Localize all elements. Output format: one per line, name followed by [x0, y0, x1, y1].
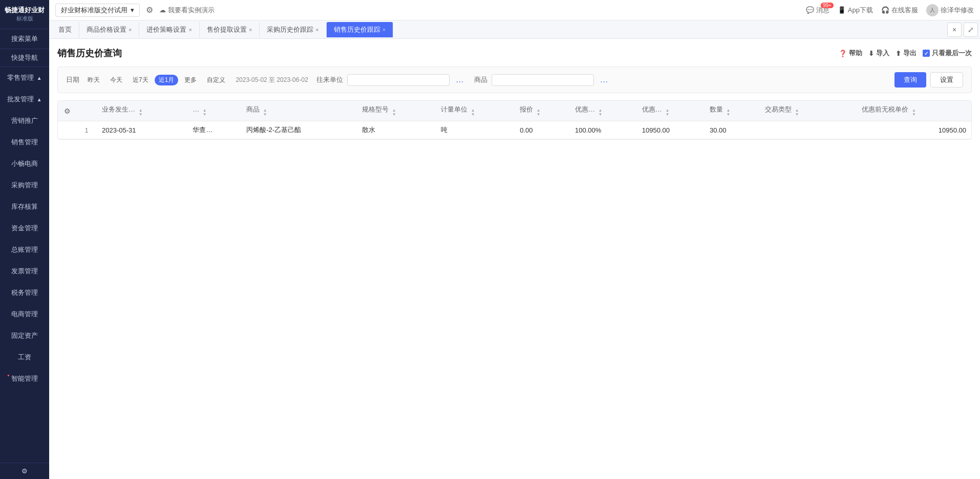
- tab-purchase-history-close[interactable]: ×: [315, 27, 318, 33]
- last-only-toggle[interactable]: 只看最后一次: [923, 49, 972, 58]
- col-quantity[interactable]: 数量 ▲▼: [705, 101, 760, 121]
- date-range-display: 2023-05-02 至 2023-06-02: [236, 76, 308, 84]
- sidebar-item-retail[interactable]: 零售管理 ▲: [0, 67, 49, 89]
- help-button[interactable]: ❓ 帮助: [839, 49, 862, 58]
- tab-purchase-strategy[interactable]: 进价策略设置 ×: [139, 22, 199, 37]
- date-btn-more[interactable]: 更多: [180, 75, 201, 85]
- query-button[interactable]: 查询: [894, 72, 926, 88]
- sort-icon: ▲▼: [912, 108, 916, 117]
- sidebar-item-invoice[interactable]: 发票管理: [0, 260, 49, 282]
- export-icon: ⬆: [896, 50, 901, 57]
- topbar-settings-icon[interactable]: ⚙: [146, 5, 153, 15]
- date-btn-custom[interactable]: 自定义: [203, 75, 229, 85]
- date-filter-group: 日期 昨天 今天 近7天 近1月 更多 自定义 2023-05-02 至 202…: [66, 75, 308, 85]
- row-spacer: [839, 121, 857, 139]
- sidebar-item-purchase[interactable]: 采购管理: [0, 175, 49, 196]
- message-button[interactable]: 💬 消息 99+: [806, 6, 829, 15]
- sidebar-item-fixed[interactable]: 固定资产: [0, 325, 49, 346]
- sidebar-item-arrow: ▲: [37, 97, 42, 102]
- tab-price[interactable]: 商品价格设置 ×: [79, 22, 139, 37]
- page-title: 销售历史价查询: [57, 47, 122, 59]
- sidebar-item-ecom[interactable]: 电商管理: [0, 303, 49, 325]
- sidebar-item-ecom-small[interactable]: 小畅电商: [0, 153, 49, 175]
- data-table: ⚙ 业务发生… ▲▼ … ▲▼ 商品 ▲▼: [58, 101, 971, 139]
- date-btn-week7[interactable]: 近7天: [129, 75, 153, 85]
- tab-purchase-history-label: 采购历史价跟踪: [267, 25, 313, 34]
- table-gear-icon[interactable]: ⚙: [64, 107, 71, 115]
- online-service-button[interactable]: 🎧 在线客服: [881, 6, 918, 15]
- sidebar-item-label: 税务管理: [11, 289, 38, 296]
- last-only-checkbox[interactable]: [923, 50, 930, 57]
- sidebar-item-label: 零售管理: [7, 74, 34, 81]
- sort-icon: ▲▼: [471, 108, 475, 117]
- source-filter-label: 往来单位: [316, 75, 343, 84]
- help-label: 帮助: [849, 49, 862, 58]
- tab-sale-history[interactable]: 销售历史价跟踪 ×: [327, 22, 393, 37]
- table-body: 1 2023-05-31 华查… 丙烯酸-2-乙基己酯 散水 吨 0.00 10…: [58, 121, 971, 139]
- product-input[interactable]: [492, 74, 594, 86]
- col-trade-type[interactable]: 交易类型 ▲▼: [760, 101, 839, 121]
- row-date: 2023-05-31: [97, 121, 187, 139]
- tab-expand-button[interactable]: ⤢: [964, 23, 978, 37]
- row-price: 0.00: [515, 121, 570, 139]
- source-input[interactable]: [347, 74, 450, 86]
- demo-label: 我要看实例演示: [168, 6, 215, 15]
- sidebar-bottom-settings[interactable]: ⚙: [0, 463, 49, 479]
- sidebar-item-smart[interactable]: 智能管理: [0, 368, 49, 389]
- date-btn-yesterday[interactable]: 昨天: [83, 75, 104, 85]
- sort-icon: ▲▼: [203, 108, 207, 117]
- env-dropdown[interactable]: 好业财标准版交付试用 ▾: [55, 4, 140, 17]
- col-price[interactable]: 报价 ▲▼: [515, 101, 570, 121]
- col-product[interactable]: 商品 ▲▼: [241, 101, 357, 121]
- import-label: 导入: [876, 49, 889, 58]
- tab-sale-extract-close[interactable]: ×: [249, 27, 252, 33]
- demo-button[interactable]: ☁ 我要看实例演示: [159, 6, 215, 15]
- col-settings: ⚙: [58, 101, 76, 121]
- sort-icon: ▲▼: [599, 108, 603, 117]
- col-spec[interactable]: 规格型号 ▲▼: [357, 101, 436, 121]
- row-pretax: 10950.00: [857, 121, 971, 139]
- tab-home[interactable]: 首页: [51, 22, 79, 37]
- tab-price-close[interactable]: ×: [129, 27, 132, 33]
- sidebar-item-salary[interactable]: 工资: [0, 346, 49, 368]
- col-pretax[interactable]: 优惠前无税单价 ▲▼: [857, 101, 971, 121]
- export-button[interactable]: ⬆ 导出: [896, 49, 917, 58]
- sidebar-item-label: 批发管理: [7, 95, 34, 103]
- sidebar-item-wholesale[interactable]: 批发管理 ▲: [0, 89, 49, 110]
- col-extra[interactable]: … ▲▼: [187, 101, 241, 121]
- sidebar-item-tax[interactable]: 税务管理: [0, 282, 49, 303]
- row-discount1: 100.00%: [570, 121, 637, 139]
- tab-purchase-strategy-close[interactable]: ×: [188, 27, 191, 33]
- tab-purchase-history[interactable]: 采购历史价跟踪 ×: [260, 22, 326, 37]
- sidebar-item-label: 资金管理: [11, 224, 38, 232]
- sidebar-item-inventory[interactable]: 库存核算: [0, 196, 49, 217]
- sidebar-search[interactable]: 搜索菜单: [0, 29, 49, 49]
- export-label: 导出: [903, 49, 917, 58]
- sidebar-item-sales[interactable]: 销售管理: [0, 132, 49, 153]
- sidebar-quick-nav[interactable]: 快捷导航: [0, 49, 49, 67]
- source-more-icon[interactable]: …: [454, 75, 466, 84]
- import-button[interactable]: ⬇ 导入: [868, 49, 889, 58]
- col-date[interactable]: 业务发生… ▲▼: [97, 101, 187, 121]
- topbar: 好业财标准版交付试用 ▾ ⚙ ☁ 我要看实例演示 💬 消息 99+ 📱 App下…: [49, 0, 980, 20]
- col-discount2[interactable]: 优惠… ▲▼: [637, 101, 705, 121]
- tab-close-all-button[interactable]: ×: [947, 23, 962, 37]
- last-only-label: 只看最后一次: [932, 49, 972, 58]
- app-download-button[interactable]: 📱 App下载: [838, 6, 873, 15]
- sidebar-item-marketing[interactable]: 营销推广: [0, 110, 49, 132]
- row-quantity: 30.00: [705, 121, 760, 139]
- col-discount1[interactable]: 优惠… ▲▼: [570, 101, 637, 121]
- sidebar-item-finance[interactable]: 资金管理: [0, 217, 49, 239]
- date-btn-today[interactable]: 今天: [106, 75, 126, 85]
- user-info[interactable]: 人 徐泽华修改: [926, 4, 974, 16]
- col-unit[interactable]: 计量单位 ▲▼: [436, 101, 515, 121]
- date-btn-month1[interactable]: 近1月: [155, 75, 179, 85]
- sidebar-item-label: 总账管理: [11, 246, 38, 253]
- date-filter-label: 日期: [66, 75, 79, 84]
- tab-sale-extract[interactable]: 售价提取设置 ×: [200, 22, 260, 37]
- product-more-icon[interactable]: …: [598, 75, 610, 84]
- tab-sale-history-close[interactable]: ×: [382, 27, 386, 33]
- sidebar-item-ledger[interactable]: 总账管理: [0, 239, 49, 260]
- app-logo-sub: 标准版: [4, 15, 45, 23]
- settings-button[interactable]: 设置: [930, 72, 963, 88]
